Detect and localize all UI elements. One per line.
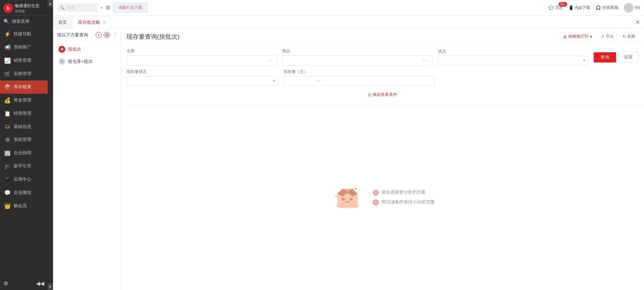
- scroll-down-btn[interactable]: ▼: [48, 283, 53, 290]
- member-icon: 👑: [4, 203, 11, 209]
- filter-row-1: 仓库 ··· 商品 ··· 状态: [126, 48, 639, 66]
- inventory-icon: 📦: [4, 84, 11, 90]
- inventory-status-select[interactable]: ▾: [126, 76, 278, 86]
- sales-icon: 📈: [4, 57, 11, 64]
- sidebar-header: b 畅康通好生意 标准版: [0, 0, 48, 16]
- svg-point-1: [61, 49, 63, 50]
- inventory-qty-field: 现存量（主） —: [284, 69, 435, 86]
- tabs-bar: 首页 库存批次账 ✕ ✕: [53, 16, 644, 29]
- refresh-btn[interactable]: ↻ 刷新: [620, 32, 639, 41]
- empty-tips: 1 请先选择要分析的方案 2 用过滤条件来缩小分析范围: [373, 189, 435, 205]
- sidebar-item-sales[interactable]: 📈 销售管理: [0, 54, 48, 67]
- svg-point-8: [343, 198, 344, 199]
- sidebar-item-wechat[interactable]: 💬 企业微信: [0, 186, 48, 199]
- search-icon: 🔍: [3, 19, 9, 24]
- quick-nav-icon: ⚡: [4, 31, 11, 37]
- app-download-btn[interactable]: 📱 App下载: [569, 5, 590, 11]
- page-title-row: 现存量查询(按批次) 🖨 按模板打印 ▾ ↗ 导出 ↻ 刷新: [121, 29, 644, 44]
- warehouse-input[interactable]: ···: [126, 55, 277, 66]
- query-btn[interactable]: 查询: [594, 52, 616, 62]
- left-panel-header: 按以下方案查询 + ⚙ 《: [53, 29, 121, 40]
- sidebar: b 畅康通好生意 标准版 🔍 搜索菜单 ⚡ 快捷导航 📢 营销推广 📈 销售管理…: [0, 0, 48, 290]
- tab-batch-account[interactable]: 库存批次账 ✕: [73, 16, 111, 29]
- plan-item-by-warehouse-batch[interactable]: 按仓库+批次: [53, 55, 121, 68]
- brand-name: 畅康通好生意 标准版: [15, 3, 39, 13]
- plan-settings-btn[interactable]: ⚙: [104, 32, 110, 38]
- product-input[interactable]: ···: [282, 55, 433, 66]
- refresh-icon: ↻: [623, 34, 626, 39]
- content-area: 按以下方案查询 + ⚙ 《 按批次 按仓库: [53, 29, 644, 290]
- left-panel: 按以下方案查询 + ⚙ 《 按批次 按仓库: [53, 29, 121, 290]
- topbar-right: 💬 消息 99+ 📱 App下载 🎧 在线客服 Rit: [548, 3, 640, 13]
- main-area: 🔍 搜索 ▾ ⚙ 体验行业方案 💬 消息 99+ 📱 App下载 🎧 在线客服 …: [53, 0, 644, 290]
- online-service-btn[interactable]: 🎧 在线客服: [596, 5, 618, 11]
- sidebar-footer: ⚙ ◀◀: [0, 276, 48, 290]
- sidebar-item-operations[interactable]: 📋 经营管理: [0, 107, 48, 120]
- qty-max-input[interactable]: [323, 78, 351, 83]
- status-chevron: ▾: [583, 58, 585, 63]
- empty-state: ✦ ✦ 1 请先选择要分析的方案 2 用过滤条件来缩小分析范围: [121, 105, 644, 290]
- tab-home[interactable]: 首页: [53, 16, 72, 28]
- sidebar-nav: ⚡ 快捷导航 📢 营销推广 📈 销售管理 🛒 采购管理 📦 库存核算 💰 资金管…: [0, 28, 48, 276]
- enterprise-icon: 🏢: [4, 150, 11, 156]
- left-panel-body: 按批次 按仓库+批次: [53, 40, 121, 290]
- right-panel: 现存量查询(按批次) 🖨 按模板打印 ▾ ↗ 导出 ↻ 刷新: [121, 29, 644, 290]
- collapse-up-icon: ⋀: [368, 92, 371, 97]
- collapse-left-panel-btn[interactable]: 《: [112, 32, 117, 38]
- basic-icon: 🗂: [4, 124, 11, 130]
- empty-illustration: ✦ ✦: [331, 180, 365, 214]
- sidebar-item-inventory[interactable]: 📦 库存核算: [0, 80, 48, 94]
- product-field: 商品 ···: [282, 48, 433, 66]
- headset-icon: 🎧: [596, 5, 601, 10]
- messages-btn[interactable]: 💬 消息 99+: [548, 5, 563, 11]
- sidebar-item-quick-nav[interactable]: ⚡ 快捷导航: [0, 28, 48, 41]
- collapse-more-btn[interactable]: ⋀ 收起更多条件: [126, 89, 639, 100]
- sidebar-item-newbie[interactable]: 🎓 新手引导: [0, 160, 48, 173]
- sidebar-item-enterprise[interactable]: 🏢 企业协同: [0, 146, 48, 160]
- topbar-search-box[interactable]: 🔍 搜索: [57, 3, 98, 12]
- user-avatar-btn[interactable]: Rit: [624, 3, 640, 13]
- svg-rect-5: [337, 194, 358, 207]
- operations-icon: 📋: [4, 110, 11, 117]
- plan-icon-inactive: [58, 58, 65, 65]
- app-center-icon: 📱: [4, 176, 11, 183]
- sidebar-item-finance[interactable]: 💰 资金管理: [0, 94, 48, 107]
- empty-tip-1: 1 请先选择要分析的方案: [373, 189, 435, 196]
- sidebar-item-basic[interactable]: 🗂 基础信息: [0, 120, 48, 133]
- printer-icon: 🖨: [563, 34, 567, 39]
- wechat-icon: 💬: [4, 189, 11, 196]
- topbar-search-icon: 🔍: [60, 5, 65, 10]
- sidebar-item-marketing[interactable]: 📢 营销推广: [0, 41, 48, 54]
- app-download-icon: 📱: [569, 5, 574, 10]
- topbar-dropdown-chevron[interactable]: ▾: [101, 5, 103, 10]
- inv-status-chevron: ▾: [273, 78, 275, 83]
- sidebar-item-member[interactable]: 👑 畅会员: [0, 199, 48, 213]
- settings-btn[interactable]: 设置: [618, 52, 639, 62]
- inventory-qty-range: —: [284, 76, 435, 86]
- collapse-sidebar-btn[interactable]: ◀◀: [36, 280, 44, 287]
- system-icon: ⚙: [4, 137, 11, 143]
- settings-icon[interactable]: ⚙: [3, 280, 8, 287]
- sidebar-item-system[interactable]: ⚙ 系统管理: [0, 133, 48, 146]
- plan-item-by-batch[interactable]: 按批次: [53, 43, 121, 55]
- sidebar-search[interactable]: 🔍 搜索菜单: [0, 16, 48, 28]
- status-select[interactable]: ▾: [438, 56, 588, 65]
- page-actions: 🖨 按模板打印 ▾ ↗ 导出 ↻ 刷新: [560, 32, 639, 41]
- tab-close-btn[interactable]: ✕: [103, 20, 106, 25]
- scroll-up-btn[interactable]: ▲: [48, 0, 53, 7]
- page-title: 现存量查询(按批次): [126, 33, 180, 41]
- qty-min-input[interactable]: [287, 78, 314, 83]
- svg-point-9: [351, 198, 353, 199]
- export-btn[interactable]: ↗ 导出: [598, 32, 617, 41]
- experience-btn[interactable]: 体验行业方案: [113, 3, 148, 13]
- sidebar-item-purchase[interactable]: 🛒 采购管理: [0, 67, 48, 80]
- tabs-bar-close-btn[interactable]: ✕: [635, 19, 640, 25]
- avatar: [624, 3, 633, 13]
- warehouse-dots: ···: [267, 57, 274, 64]
- print-btn[interactable]: 🖨 按模板打印 ▾: [560, 32, 595, 41]
- topbar-gear-icon[interactable]: ⚙: [105, 4, 110, 11]
- print-dropdown-chevron[interactable]: ▾: [590, 34, 592, 39]
- finance-icon: 💰: [4, 97, 11, 104]
- add-plan-btn[interactable]: +: [96, 32, 102, 38]
- sidebar-item-app-center[interactable]: 📱 应用中心: [0, 173, 48, 186]
